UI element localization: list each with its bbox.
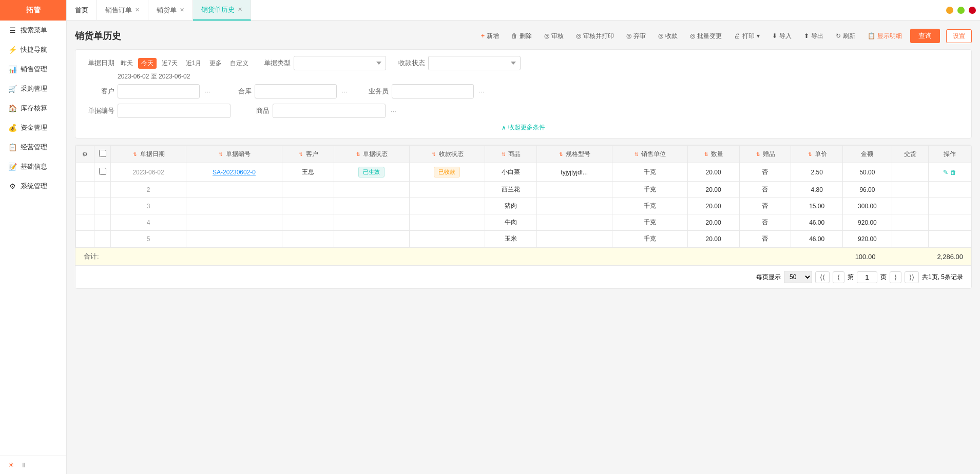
tab-sales-history[interactable]: 销货单历史 ✕ [193,0,251,21]
col-unit[interactable]: ⇅ 销售单位 [612,146,687,163]
row-goods: 玉米 [485,231,536,247]
date-today[interactable]: 今天 [138,58,157,69]
col-doc-date[interactable]: ⇅ 单据日期 [111,146,186,163]
review-button[interactable]: ◎ 审核 [540,30,568,43]
doc-no-link[interactable]: SA-20230602-0 [213,169,256,176]
col-spec[interactable]: ⇅ 规格型号 [536,146,612,163]
page-last-btn[interactable]: ⟩⟩ [905,271,919,283]
new-button[interactable]: + 新增 [477,30,503,43]
row-select-checkbox[interactable] [99,168,106,175]
date-custom[interactable]: 自定义 [227,58,252,69]
warehouse-dots[interactable]: ··· [340,88,350,95]
select-all-checkbox[interactable] [99,150,106,157]
warehouse-input[interactable] [255,84,337,98]
print-dropdown-icon: ▾ [757,32,760,40]
col-action: 操作 [929,146,971,163]
detail-icon: 📋 [868,32,875,40]
sidebar-item-sales[interactable]: 📊 销售管理 [0,60,66,79]
tab-sales-history-close[interactable]: ✕ [238,6,242,13]
data-table: ⚙ ⇅ 单据日期 ⇅ 单据编号 [75,145,971,247]
print-button[interactable]: 🖨 打印 ▾ [730,30,764,43]
maximize-btn[interactable] [957,7,965,14]
page-title: 销货单历史 [75,30,121,42]
payment-status-select[interactable] [428,56,521,70]
customer-input[interactable] [118,84,200,98]
goods-input[interactable] [273,104,386,118]
row-goods: 西兰花 [485,182,536,198]
per-page-select[interactable]: 50 100 200 [784,271,812,283]
salesperson-input[interactable] [392,84,474,98]
row-spec [536,182,612,198]
tab-sales-order-close[interactable]: ✕ [135,7,140,13]
col-doc-no[interactable]: ⇅ 单据编号 [186,146,282,163]
goods-filter: 商品 ··· [239,104,398,118]
customer-dots[interactable]: ··· [203,88,213,95]
delete-button[interactable]: 🗑 删除 [507,30,536,43]
sidebar-label-baseinfo: 基础信息 [21,162,47,171]
sidebar-item-finance[interactable]: 💰 资金管理 [0,118,66,137]
col-price[interactable]: ⇅ 单价 [791,146,843,163]
collapse-btn[interactable]: ∧ 收起更多条件 [84,123,963,132]
salesperson-dots[interactable]: ··· [477,88,487,95]
tab-sales-goods[interactable]: 销货单 ✕ [148,0,193,21]
edit-action[interactable]: ✎ [943,169,948,176]
date-7days[interactable]: 近7天 [159,58,181,69]
footer-icon-1[interactable]: ☀ [8,461,14,469]
col-settings[interactable]: ⚙ [76,146,94,163]
footer-icon-2[interactable]: ⏸ [21,461,27,469]
pagination: 每页显示 50 100 200 ⟨⟨ ⟨ 第 页 ⟩ ⟩⟩ 共1页, 5条记录 [75,265,971,288]
print-icon: 🖨 [734,32,740,40]
toolbar: + 新增 🗑 删除 ◎ 审核 ◎ 审核并打印 ◎ 弃审 [477,29,972,43]
review-print-icon: ◎ [576,32,581,40]
settings-button[interactable]: 设置 [946,29,972,43]
tab-home[interactable]: 首页 [67,0,97,21]
tab-sales-history-label: 销货单历史 [201,5,235,14]
col-unit-sort-icon: ⇅ [633,152,640,157]
sidebar-item-quicknav[interactable]: ⚡ 快捷导航 [0,40,66,60]
review-print-button[interactable]: ◎ 审核并打印 [572,30,618,43]
col-customer[interactable]: ⇅ 客户 [282,146,334,163]
abandon-button[interactable]: ◎ 弃审 [622,30,650,43]
refresh-button[interactable]: ↻ 刷新 [832,30,859,43]
date-more[interactable]: 更多 [206,58,225,69]
sales-icon: 📊 [8,65,16,73]
docno-input[interactable] [118,104,230,118]
col-payment-status[interactable]: ⇅ 收款状态 [409,146,485,163]
sidebar-item-search[interactable]: ☰ 搜索菜单 [0,21,66,40]
row-checkbox [94,198,111,214]
date-1month[interactable]: 近1月 [183,58,205,69]
page-first-btn[interactable]: ⟨⟨ [815,271,830,283]
date-range: 昨天 今天 近7天 近1月 更多 自定义 [118,58,252,69]
salesperson-filter: 业务员 ··· [358,84,487,98]
sidebar-item-purchase[interactable]: 🛒 采购管理 [0,79,66,98]
goods-dots[interactable]: ··· [389,107,398,115]
sidebar-item-baseinfo[interactable]: 📝 基础信息 [0,157,66,176]
export-button[interactable]: ⬆ 导出 [800,30,828,43]
delete-action[interactable]: 🗑 [950,169,956,176]
collect-button[interactable]: ◎ 收款 [654,30,682,43]
sidebar-item-inventory[interactable]: 🏠 库存核算 [0,98,66,118]
page-prev-btn[interactable]: ⟨ [833,271,844,283]
date-yesterday[interactable]: 昨天 [118,58,136,69]
close-btn[interactable] [969,7,976,14]
doc-type-select[interactable] [294,56,386,70]
sidebar-item-system[interactable]: ⚙ 系统管理 [0,176,66,196]
batch-change-button[interactable]: ◎ 批量变更 [686,30,726,43]
row-qty: 20.00 [687,163,739,182]
warehouse-filter: 合库 ··· [221,84,350,98]
tab-sales-goods-close[interactable]: ✕ [180,7,184,13]
col-qty[interactable]: ⇅ 数量 [687,146,739,163]
col-goods[interactable]: ⇅ 商品 [485,146,536,163]
tab-sales-order[interactable]: 销售订单 ✕ [97,0,148,21]
date-display: 2023-06-02 至 2023-06-02 [118,72,190,81]
import-button[interactable]: ⬇ 导入 [768,30,796,43]
query-button[interactable]: 查询 [910,29,940,43]
page-next-btn[interactable]: ⟩ [890,271,901,283]
col-gift[interactable]: ⇅ 赠品 [739,146,791,163]
row-actions [929,182,971,198]
show-detail-button[interactable]: 📋 显示明细 [863,30,906,43]
sidebar-item-operations[interactable]: 📋 经营管理 [0,137,66,157]
page-input[interactable] [857,271,877,283]
minimize-btn[interactable] [946,7,953,14]
col-doc-status[interactable]: ⇅ 单据状态 [334,146,409,163]
